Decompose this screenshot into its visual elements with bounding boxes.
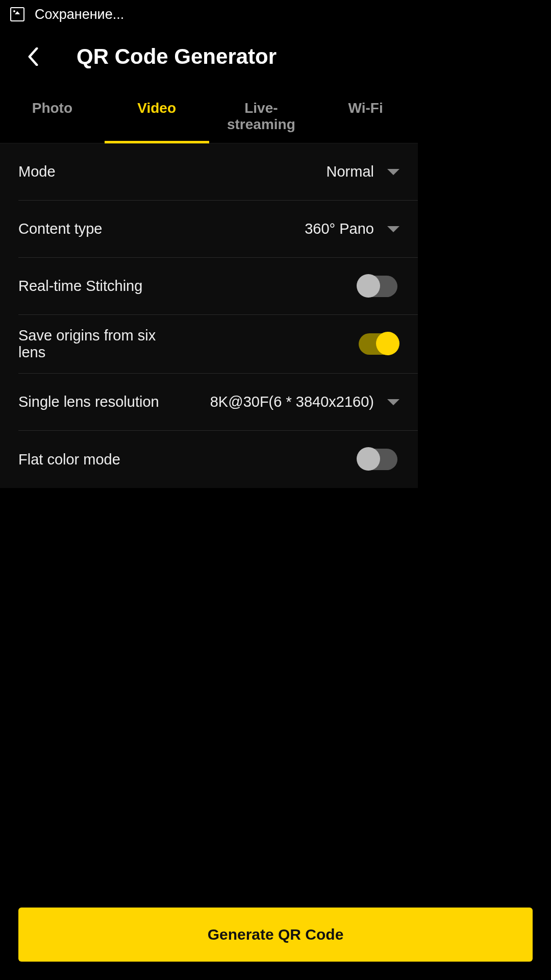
status-text: Сохранение... <box>35 7 124 22</box>
chevron-down-icon <box>387 399 399 405</box>
setting-save-origins: Save origins from six lens <box>18 315 418 374</box>
tab-photo[interactable]: Photo <box>0 90 105 143</box>
header: QR Code Generator <box>0 29 418 90</box>
setting-value: Normal <box>327 163 374 180</box>
settings-list: Mode Normal Content type 360° Pano Real-… <box>0 143 418 488</box>
setting-label: Flat color mode <box>18 451 120 468</box>
setting-value: 8K@30F(6 * 3840x2160) <box>210 394 374 410</box>
setting-value-wrap: Normal <box>327 163 399 180</box>
toggle-realtime-stitching[interactable] <box>359 276 397 297</box>
setting-value: 360° Pano <box>305 220 374 237</box>
tabs: Photo Video Live-streaming Wi-Fi <box>0 90 418 143</box>
setting-label: Real-time Stitching <box>18 278 142 295</box>
tab-video[interactable]: Video <box>105 90 209 143</box>
setting-label: Single lens resolution <box>18 394 159 410</box>
chevron-down-icon <box>387 226 399 232</box>
status-bar: Сохранение... <box>0 0 418 29</box>
setting-label: Save origins from six lens <box>18 327 161 361</box>
toggle-flat-color-mode[interactable] <box>359 449 397 470</box>
tab-livestreaming[interactable]: Live-streaming <box>209 90 314 143</box>
setting-label: Mode <box>18 163 56 180</box>
setting-value-wrap: 360° Pano <box>305 220 399 237</box>
setting-content-type[interactable]: Content type 360° Pano <box>18 201 418 258</box>
tab-wifi[interactable]: Wi-Fi <box>313 90 418 143</box>
chevron-down-icon <box>387 169 399 175</box>
back-button[interactable] <box>20 44 46 69</box>
setting-flat-color-mode: Flat color mode <box>18 431 418 488</box>
setting-label: Content type <box>18 220 102 237</box>
setting-realtime-stitching: Real-time Stitching <box>18 258 418 315</box>
image-icon <box>10 7 24 21</box>
page-title: QR Code Generator <box>77 44 277 69</box>
toggle-save-origins[interactable] <box>359 333 397 355</box>
setting-value-wrap: 8K@30F(6 * 3840x2160) <box>210 394 399 410</box>
setting-mode[interactable]: Mode Normal <box>18 143 418 201</box>
setting-single-lens-resolution[interactable]: Single lens resolution 8K@30F(6 * 3840x2… <box>18 374 418 431</box>
chevron-left-icon <box>28 47 39 66</box>
